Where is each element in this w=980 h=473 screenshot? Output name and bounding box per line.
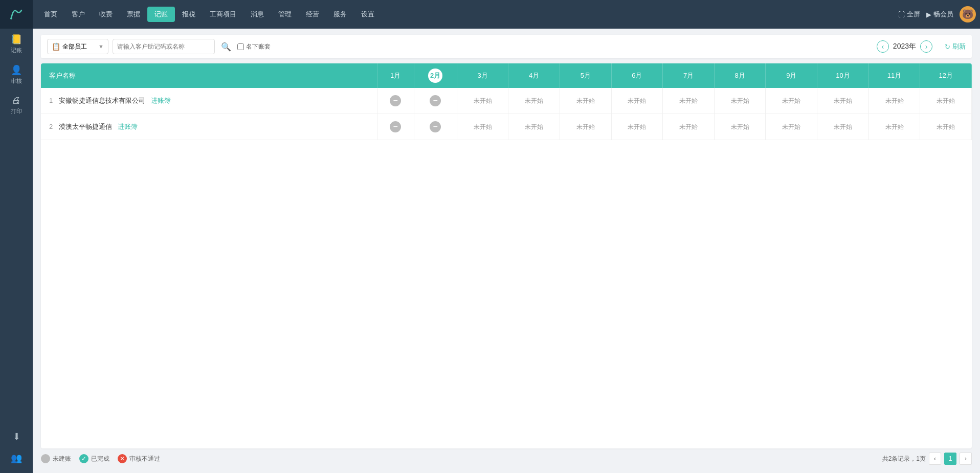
next-page-button[interactable]: › <box>960 453 972 465</box>
nav-home[interactable]: 首页 <box>37 7 64 22</box>
enter-ledger-link[interactable]: 进账簿 <box>151 97 171 104</box>
col-name: 客户名称 <box>41 63 377 88</box>
col-m12: 12月 <box>920 63 972 88</box>
status-not-started: 未开始 <box>834 97 852 104</box>
year-label: 2023年 <box>893 42 916 51</box>
cell-month-2: − <box>414 114 457 140</box>
vip-button[interactable]: ▶ 畅会员 <box>926 10 953 19</box>
legend-teal-dot: ✓ <box>79 454 88 463</box>
status-not-created: − <box>390 95 401 106</box>
col-m1: 1月 <box>377 63 414 88</box>
legend-grey-dot <box>41 454 50 463</box>
prev-page-button[interactable]: ‹ <box>929 453 941 465</box>
nav-settings[interactable]: 设置 <box>354 7 382 22</box>
download-icon: ⬇ <box>13 431 20 442</box>
legend-rejected: ✕ 审核不通过 <box>118 454 160 463</box>
col-m6: 6月 <box>611 63 663 88</box>
status-not-started: 未开始 <box>937 97 955 104</box>
status-not-created: − <box>430 95 441 106</box>
data-table: 客户名称 1月 2月 3月 4月 5月 6月 7月 8月 9月 10月 11月 … <box>41 63 972 140</box>
col-m8: 8月 <box>714 63 766 88</box>
top-nav: 首页 客户 收费 票据 记账 报税 工商项目 消息 管理 经营 服务 设置 ⛶ … <box>33 0 980 29</box>
employee-select[interactable]: 📋 全部员工 ▼ <box>47 39 108 54</box>
svg-point-0 <box>10 17 12 19</box>
enter-ledger-link[interactable]: 进账簿 <box>118 123 138 130</box>
customer-name: 安徽畅捷通信息技术有限公司 <box>59 97 145 104</box>
cell-month-3: 未开始 <box>457 88 508 114</box>
user-avatar[interactable]: 🐻 <box>960 6 976 22</box>
cell-month-7: 未开始 <box>663 114 715 140</box>
sidebar-item-audit[interactable]: 👤 审核 <box>0 59 33 90</box>
legend-completed-label: 已完成 <box>91 455 109 463</box>
bookkeeping-icon: 📒 <box>11 34 22 45</box>
row-number: 2 <box>49 123 53 130</box>
checkbox-text: 名下账套 <box>246 42 271 51</box>
nav-message[interactable]: 消息 <box>243 7 271 22</box>
status-not-started: 未开始 <box>731 123 749 130</box>
table-row: 1 安徽畅捷通信息技术有限公司 进账簿 −−未开始未开始未开始未开始未开始未开始… <box>41 88 972 114</box>
cell-name: 1 安徽畅捷通信息技术有限公司 进账簿 <box>41 88 377 114</box>
cell-month-6: 未开始 <box>611 88 663 114</box>
status-not-started: 未开始 <box>679 123 698 130</box>
status-not-started: 未开始 <box>885 123 904 130</box>
refresh-icon: ↻ <box>945 43 950 51</box>
nav-billing[interactable]: 收费 <box>92 7 120 22</box>
cell-month-4: 未开始 <box>508 114 560 140</box>
sidebar-item-bookkeeping[interactable]: 📒 记账 <box>0 29 33 59</box>
cell-month-1: − <box>377 88 414 114</box>
cell-month-7: 未开始 <box>663 88 715 114</box>
refresh-button[interactable]: ↻ 刷新 <box>945 42 966 51</box>
my-accounts-checkbox-label[interactable]: 名下账套 <box>237 42 271 51</box>
search-input[interactable] <box>113 39 215 54</box>
status-not-started: 未开始 <box>885 97 904 104</box>
sidebar-item-download[interactable]: ⬇ <box>0 426 33 447</box>
status-not-started: 未开始 <box>834 123 852 130</box>
cell-month-9: 未开始 <box>766 88 817 114</box>
nav-business[interactable]: 工商项目 <box>203 7 243 22</box>
nav-management[interactable]: 管理 <box>271 7 299 22</box>
my-accounts-checkbox[interactable] <box>237 43 244 50</box>
sidebar-item-print[interactable]: 🖨 打印 <box>0 90 33 120</box>
cell-month-6: 未开始 <box>611 114 663 140</box>
page-1-button[interactable]: 1 <box>944 453 956 465</box>
status-not-started: 未开始 <box>474 123 492 130</box>
col-m4: 4月 <box>508 63 560 88</box>
status-not-started: 未开始 <box>628 123 646 130</box>
prev-year-button[interactable]: ‹ <box>877 40 889 53</box>
sidebar: 📒 记账 👤 审核 🖨 打印 ⬇ 👥 <box>0 0 33 473</box>
col-m11: 11月 <box>868 63 920 88</box>
fullscreen-button[interactable]: ⛶ 全屏 <box>898 10 920 19</box>
cell-month-5: 未开始 <box>560 114 611 140</box>
nav-invoice[interactable]: 票据 <box>120 7 147 22</box>
cell-month-4: 未开始 <box>508 88 560 114</box>
sidebar-item-label: 审核 <box>11 77 22 85</box>
cell-month-11: 未开始 <box>868 88 920 114</box>
nav-tax[interactable]: 报税 <box>175 7 203 22</box>
status-not-created: − <box>430 121 441 132</box>
row-number: 1 <box>49 97 53 104</box>
search-button[interactable]: 🔍 <box>219 42 233 52</box>
audit-icon: 👤 <box>11 64 22 76</box>
customer-name: 漠澳太平畅捷通信 <box>59 123 112 130</box>
print-icon: 🖨 <box>12 95 21 106</box>
next-year-button[interactable]: › <box>920 40 932 53</box>
legend-not-created: 未建账 <box>41 454 71 463</box>
cell-month-12: 未开始 <box>920 88 972 114</box>
nav-customer[interactable]: 客户 <box>64 7 92 22</box>
status-not-started: 未开始 <box>782 123 800 130</box>
cell-name: 2 漠澳太平畅捷通信 进账簿 <box>41 114 377 140</box>
col-m7: 7月 <box>663 63 715 88</box>
legend-not-created-label: 未建账 <box>53 455 71 463</box>
table-row: 2 漠澳太平畅捷通信 进账簿 −−未开始未开始未开始未开始未开始未开始未开始未开… <box>41 114 972 140</box>
nav-service[interactable]: 服务 <box>326 7 354 22</box>
nav-operations[interactable]: 经营 <box>299 7 326 22</box>
status-not-started: 未开始 <box>731 97 749 104</box>
status-not-started: 未开始 <box>679 97 698 104</box>
cell-month-1: − <box>377 114 414 140</box>
sidebar-item-support[interactable]: 👥 <box>0 447 33 469</box>
employee-icon: 📋 <box>52 42 60 51</box>
status-not-started: 未开始 <box>525 97 543 104</box>
nav-bookkeeping[interactable]: 记账 <box>147 7 175 22</box>
status-not-started: 未开始 <box>576 123 595 130</box>
year-nav: ‹ 2023年 › <box>877 40 932 53</box>
